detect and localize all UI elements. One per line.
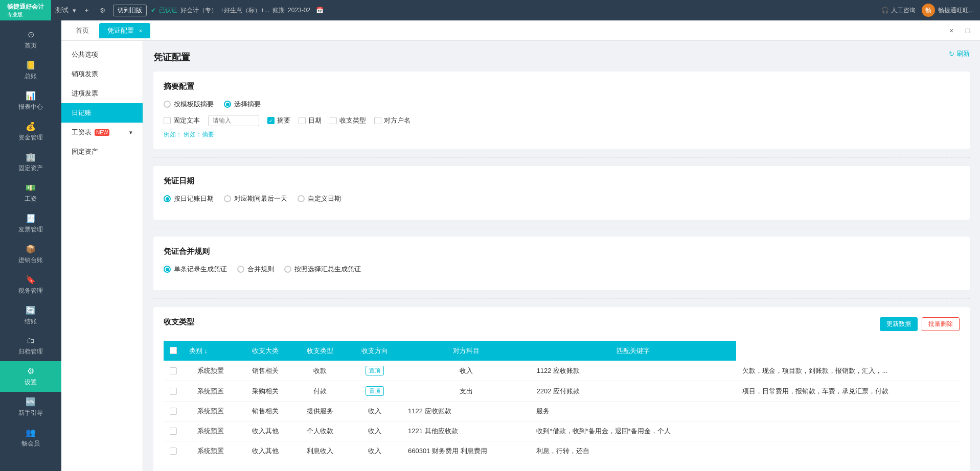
- sidebar-item-invoice-mgmt[interactable]: 🧾 发票管理: [0, 208, 61, 239]
- merge-radio-total[interactable]: 按照选择汇总生成凭证: [284, 265, 361, 274]
- table-row: 系统预置 收入其他 利息收入 收入 660301 财务费用 利息费用 利息，行转…: [164, 441, 960, 461]
- sidebar-item-archive[interactable]: 🗂 归档管理: [0, 331, 61, 361]
- sidebar-item-home[interactable]: ⊙ 首页: [0, 25, 61, 55]
- row-3-keywords: 服务: [530, 402, 736, 421]
- logo: 畅捷通好会计 专业版: [0, 0, 51, 20]
- table-header: 类别 ↓ 收支大类 收支类型 收支方向 对方科目 匹配关键字: [164, 341, 960, 361]
- row-1-type: 收款: [292, 361, 347, 381]
- income-expense-title: 收支类型: [164, 317, 194, 327]
- sidebar-item-purchase-sale[interactable]: 📦 进销台账: [0, 239, 61, 270]
- merge-radio-single[interactable]: 单条记录生成凭证: [164, 265, 227, 274]
- window-close-button[interactable]: ×: [945, 25, 958, 37]
- checkbox-date[interactable]: 日期: [299, 116, 322, 125]
- refresh-button[interactable]: ↻ 刷新: [949, 49, 970, 58]
- left-nav-purchase-invoice[interactable]: 进项发票: [61, 84, 143, 103]
- sidebar-item-asset[interactable]: 🏢 固定资产: [0, 147, 61, 178]
- sidebar-item-tax[interactable]: 🔖 税务管理: [0, 270, 61, 300]
- settings-icon[interactable]: ⚙: [97, 4, 109, 16]
- example-prefix: 例如：: [164, 131, 182, 138]
- row-3-checkbox[interactable]: [170, 408, 177, 415]
- calendar-icon[interactable]: 📅: [313, 4, 326, 16]
- row-1-top-tag: 置顶: [347, 361, 402, 381]
- support-link[interactable]: 🎧 人工咨询: [881, 6, 916, 15]
- radio-merge-rule-label: 合并规则: [247, 265, 274, 274]
- tab-home-label: 首页: [76, 27, 89, 34]
- row-1-checkbox-cell: [164, 361, 183, 381]
- category-sort: 类别 ↓: [189, 346, 232, 356]
- merge-radio-group: 单条记录生成凭证 合并规则 按照选择汇总生成凭证: [164, 265, 960, 274]
- sidebar-item-label-member: 畅会员: [21, 439, 40, 448]
- sidebar-item-payroll[interactable]: 💵 工资: [0, 178, 61, 208]
- checkbox-box-fixed-text: [164, 117, 171, 124]
- row-1-checkbox[interactable]: [170, 367, 177, 374]
- row-5-keywords: 利息，行转，还自: [530, 441, 736, 461]
- add-icon[interactable]: ＋: [80, 4, 93, 16]
- checkbox-fixed-text[interactable]: 固定文本: [164, 116, 200, 125]
- sidebar-item-label-fund: 资金管理: [18, 133, 43, 142]
- sidebar-item-guide[interactable]: 🆕 新手引导: [0, 392, 61, 422]
- sidebar-item-label-report: 报表中心: [18, 103, 43, 111]
- date-radio-journal[interactable]: 按日记账日期: [164, 194, 214, 203]
- merge-radio-rule[interactable]: 合并规则: [237, 265, 274, 274]
- checkbox-type[interactable]: 收支类型: [330, 116, 366, 125]
- sidebar-item-member[interactable]: 👥 畅会员: [0, 422, 61, 453]
- sidebar-item-settings[interactable]: ⚙ 设置: [0, 361, 61, 392]
- top-tag-1[interactable]: 置顶: [366, 366, 384, 375]
- row-4-category: 系统预置: [183, 421, 238, 441]
- checkbox-party[interactable]: 对方户名: [374, 116, 411, 125]
- summary-radio-template[interactable]: 按模板版摘要: [164, 100, 214, 109]
- top-tag-2[interactable]: 置顶: [366, 386, 384, 396]
- left-nav-public-label: 公共选项: [72, 50, 98, 59]
- row-5-checkbox-cell: [164, 441, 183, 461]
- logo-line1: 畅捷通好会计: [7, 3, 44, 11]
- row-2-checkbox[interactable]: [170, 388, 177, 395]
- tab-voucher[interactable]: 凭证配置 ×: [99, 23, 150, 38]
- row-5-subject: 660301 财务费用 利息费用: [402, 441, 530, 461]
- date-radio-period-last[interactable]: 对应期间最后一天: [224, 194, 287, 203]
- certified-status: 已认证: [159, 6, 177, 15]
- row-5-checkbox[interactable]: [170, 448, 177, 455]
- row-4-checkbox[interactable]: [170, 428, 177, 435]
- summary-radio-select[interactable]: 选择摘要: [224, 100, 261, 109]
- batch-delete-button[interactable]: 批量删除: [922, 317, 960, 331]
- left-nav-fixed-assets[interactable]: 固定资产: [61, 142, 143, 161]
- sidebar-item-report[interactable]: 📊 报表中心: [0, 86, 61, 116]
- table-row: 系统预置 采购相关 付款 置顶 支出 2202 应付账款 项目，日常费用，报销款…: [164, 381, 960, 402]
- top-bar-dropdown-arrow[interactable]: ▾: [73, 7, 76, 14]
- left-nav-sales-invoice[interactable]: 销项发票: [61, 64, 143, 84]
- left-nav-journal[interactable]: 日记账: [61, 103, 143, 123]
- left-nav-payroll-table[interactable]: 工资表 NEW ▾: [61, 123, 143, 142]
- radio-select-label: 选择摘要: [234, 100, 261, 109]
- user-info[interactable]: 畅 畅捷通旺旺...: [922, 4, 974, 17]
- checkbox-summary[interactable]: ✓ 摘要: [267, 116, 290, 125]
- radio-circle-custom-date: [298, 195, 305, 202]
- asset-icon: 🏢: [26, 152, 36, 162]
- th-major-type: 收支大类: [238, 341, 292, 361]
- party-check-label: 对方户名: [384, 116, 411, 125]
- left-nav-public[interactable]: 公共选项: [61, 45, 143, 64]
- row-1-category: 系统预置: [183, 361, 238, 381]
- sidebar-item-ledger[interactable]: 📒 总账: [0, 55, 61, 86]
- update-data-button[interactable]: 更新数据: [880, 317, 918, 331]
- date-section-title: 凭证日期: [164, 176, 960, 186]
- tab-home[interactable]: 首页: [67, 23, 97, 38]
- tab-voucher-close[interactable]: ×: [139, 28, 142, 34]
- sidebar-item-settlement[interactable]: 🔄 结账: [0, 300, 61, 331]
- fixed-text-input[interactable]: [208, 115, 259, 126]
- date-radio-custom[interactable]: 自定义日期: [298, 194, 341, 203]
- header-checkbox[interactable]: [170, 347, 177, 354]
- type-check-label: 收支类型: [339, 116, 366, 125]
- row-3-category: 系统预置: [183, 402, 238, 421]
- radio-single-label: 单条记录生成凭证: [174, 265, 227, 274]
- checkbox-box-date: [299, 117, 306, 124]
- sidebar-item-label-invoice-mgmt: 发票管理: [18, 225, 43, 234]
- summary-radio-group: 按模板版摘要 选择摘要: [164, 100, 960, 109]
- th-keywords: 匹配关键字: [530, 341, 736, 361]
- guide-icon: 🆕: [26, 397, 36, 407]
- main-layout: ⊙ 首页 📒 总账 📊 报表中心 💰 资金管理 🏢 固定资产 💵 工资 🧾 发票…: [0, 20, 980, 471]
- left-nav: 公共选项 销项发票 进项发票 日记账 工资表 NEW ▾ 固定资产: [61, 41, 143, 471]
- row-2-category: 系统预置: [183, 381, 238, 402]
- window-expand-button[interactable]: □: [962, 25, 974, 37]
- switch-version-button[interactable]: 切到旧版: [113, 5, 147, 16]
- sidebar-item-fund[interactable]: 💰 资金管理: [0, 116, 61, 147]
